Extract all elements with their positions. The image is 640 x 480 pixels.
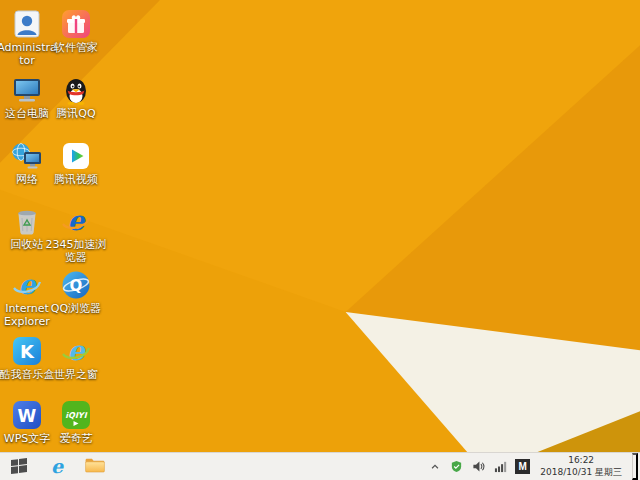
desktop-icon-label: 腾讯QQ xyxy=(45,108,107,121)
desktop-icon-qq-browser[interactable]: Q QQ浏览器 xyxy=(52,269,100,316)
world-window-e-glyph: e xyxy=(67,335,86,366)
clock-date: 2018/10/31 xyxy=(540,467,592,477)
desktop-icon-iqiyi[interactable]: iQIYI 爱奇艺 xyxy=(52,399,100,446)
clock-weekday: 星期三 xyxy=(595,467,622,477)
recycle-bin-icon xyxy=(11,205,43,237)
desktop-icon-label: QQ浏览器 xyxy=(45,303,107,316)
ime-indicator[interactable]: M xyxy=(515,459,530,474)
iqiyi-icon: iQIYI xyxy=(60,399,92,431)
desktop-icon-administrator[interactable]: Administrator xyxy=(3,8,51,67)
desktop-icon-internet-explorer[interactable]: e Internet Explorer xyxy=(3,269,51,328)
desktop-icon-kuwo-music[interactable]: K 酷我音乐盒 xyxy=(3,335,51,382)
user-folder-icon xyxy=(11,8,43,40)
desktop-icon-world-window-browser[interactable]: e 世界之窗 xyxy=(52,335,100,382)
start-button[interactable] xyxy=(0,453,38,480)
2345-browser-icon: e xyxy=(60,205,92,237)
desktop-icon-2345-browser[interactable]: e 2345加速浏览器 xyxy=(52,205,100,264)
internet-explorer-icon: e xyxy=(51,457,63,476)
network-globe-monitor-icon xyxy=(11,140,43,172)
folder-icon xyxy=(84,456,106,477)
security-shield-icon[interactable] xyxy=(449,459,464,474)
qq-penguin-icon xyxy=(60,74,92,106)
taskbar-internet-explorer-button[interactable]: e xyxy=(38,453,76,480)
qq-browser-icon: Q xyxy=(60,269,92,301)
desktop-icon-this-pc[interactable]: 这台电脑 xyxy=(3,74,51,121)
clock-time: 16:22 xyxy=(540,455,622,466)
show-desktop-button[interactable] xyxy=(632,453,638,480)
iqiyi-wordmark: iQIYI xyxy=(65,411,87,420)
qq-browser-q-glyph: Q xyxy=(70,277,83,295)
network-icon[interactable] xyxy=(493,459,508,474)
desktop-icon-tencent-video[interactable]: 腾讯视频 xyxy=(52,140,100,187)
tencent-video-play-icon xyxy=(60,140,92,172)
2345-e-glyph: e xyxy=(67,205,86,236)
desktop-icon-label: 软件管家 xyxy=(45,42,107,55)
desktop-icon-label: 腾讯视频 xyxy=(45,174,107,187)
desktop: Administrator 这台电脑 xyxy=(0,0,640,452)
desktop-icon-label: 2345加速浏览器 xyxy=(45,239,107,264)
desktop-icon-label: 世界之窗 xyxy=(45,369,107,382)
desktop-icon-network[interactable]: 网络 xyxy=(3,140,51,187)
volume-icon[interactable] xyxy=(471,459,486,474)
desktop-icon-label: 爱奇艺 xyxy=(45,433,107,446)
system-tray: M 16:22 2018/10/31 星期三 xyxy=(427,453,640,480)
desktop-icon-wps[interactable]: W WPS文字 xyxy=(3,399,51,446)
desktop-icon-recycle-bin[interactable]: 回收站 xyxy=(3,205,51,252)
kuwo-music-icon: K xyxy=(11,335,43,367)
show-hidden-icons-button[interactable] xyxy=(427,459,442,474)
software-manager-giftbox-icon xyxy=(60,8,92,40)
desktop-icon-tencent-qq[interactable]: 腾讯QQ xyxy=(52,74,100,121)
desktop-icon-software-manager[interactable]: 软件管家 xyxy=(52,8,100,55)
world-window-browser-icon: e xyxy=(60,335,92,367)
internet-explorer-icon: e xyxy=(11,269,43,301)
windows-logo-icon xyxy=(11,458,28,475)
taskbar-clock[interactable]: 16:22 2018/10/31 星期三 xyxy=(537,455,625,478)
taskbar: e xyxy=(0,452,640,480)
wps-writer-icon: W xyxy=(11,399,43,431)
wps-w-glyph: W xyxy=(18,406,37,426)
ie-e-glyph: e xyxy=(18,269,37,300)
computer-monitor-icon xyxy=(11,74,43,106)
taskbar-file-explorer-button[interactable] xyxy=(76,453,114,480)
kuwo-k-glyph: K xyxy=(20,341,35,362)
